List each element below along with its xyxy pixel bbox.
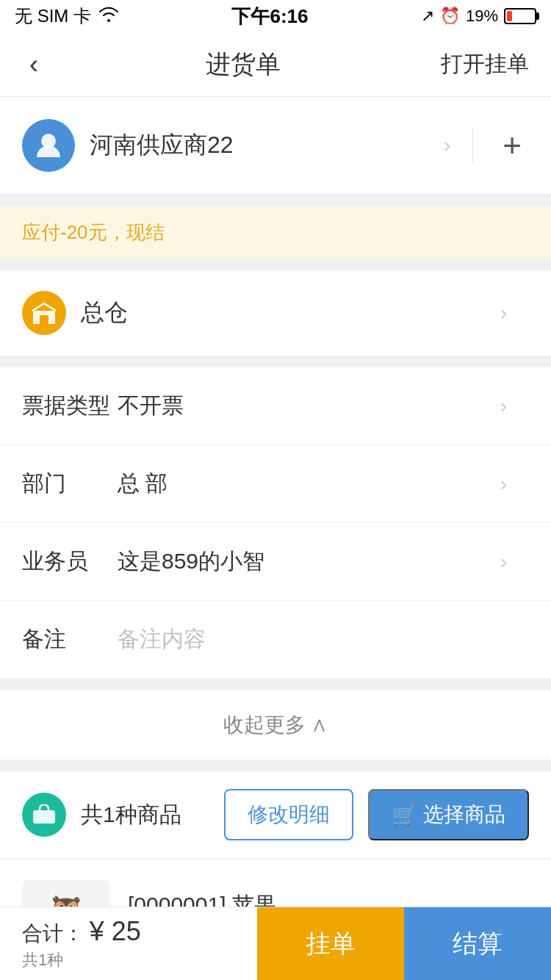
salesperson-row[interactable]: 业务员 这是859的小智 › — [0, 523, 551, 601]
footer-total: 合计： ¥ 25 共1种 — [0, 907, 257, 980]
main-content: 河南供应商22 › + 应付-20元，现结 总仓 › 票据类型 不开票 › 部门 — [0, 97, 551, 980]
status-left: 无 SIM 卡 — [15, 4, 119, 28]
supplier-section: 河南供应商22 › + — [0, 97, 551, 195]
total-label: 合计： — [22, 922, 84, 945]
page-title: 进货单 — [206, 48, 281, 82]
supplier-avatar — [22, 119, 75, 172]
battery-icon — [504, 8, 536, 24]
footer: 合计： ¥ 25 共1种 挂单 结算 — [0, 907, 551, 980]
select-product-icon: 🛒 — [392, 803, 417, 827]
salesperson-label: 业务员 — [22, 547, 118, 577]
pending-button[interactable]: 挂单 — [257, 907, 404, 980]
salesperson-value: 这是859的小智 — [118, 547, 500, 577]
select-product-label: 选择商品 — [423, 801, 505, 829]
remark-label: 备注 — [22, 624, 118, 655]
warehouse-chevron-icon: › — [500, 301, 507, 325]
supplier-name: 河南供应商22 — [90, 129, 444, 162]
svg-rect-3 — [33, 810, 55, 824]
select-product-button[interactable]: 🛒 选择商品 — [368, 789, 529, 840]
remark-row[interactable]: 备注 备注内容 — [0, 601, 551, 679]
dept-value: 总 部 — [118, 469, 500, 499]
status-right: ↗ ⏰ 19% — [421, 7, 536, 26]
invoice-label: 票据类型 — [22, 391, 118, 421]
back-button[interactable]: ‹ — [22, 42, 46, 87]
nav-bar: ‹ 进货单 打开挂单 — [0, 32, 551, 97]
edit-detail-button[interactable]: 修改明细 — [224, 789, 353, 840]
alarm-icon: ⏰ — [440, 7, 460, 26]
invoice-chevron-icon: › — [500, 394, 507, 418]
products-count: 共1种商品 — [81, 800, 209, 830]
warehouse-row[interactable]: 总仓 › — [0, 270, 551, 356]
svg-rect-2 — [40, 315, 48, 324]
warehouse-name: 总仓 — [81, 297, 500, 329]
checkout-button[interactable]: 结算 — [404, 907, 551, 980]
location-icon: ↗ — [421, 7, 434, 26]
dept-chevron-icon: › — [500, 472, 507, 496]
open-pending-button[interactable]: 打开挂单 — [441, 49, 529, 79]
total-amount: ¥ 25 — [90, 916, 141, 946]
warehouse-icon — [22, 291, 66, 335]
products-icon — [22, 793, 66, 837]
notice-bar: 应付-20元，现结 — [0, 206, 551, 259]
collapse-button[interactable]: 收起更多 ∧ — [0, 691, 551, 760]
supplier-chevron-icon: › — [444, 134, 450, 157]
remark-input[interactable]: 备注内容 — [118, 624, 529, 655]
products-header: 共1种商品 修改明细 🛒 选择商品 — [0, 771, 551, 858]
invoice-row[interactable]: 票据类型 不开票 › — [0, 367, 551, 445]
footer-count: 共1种 — [22, 949, 235, 971]
battery-percent: 19% — [466, 7, 498, 26]
salesperson-chevron-icon: › — [500, 550, 507, 574]
form-section: 票据类型 不开票 › 部门 总 部 › 业务员 这是859的小智 › 备注 备注… — [0, 367, 551, 679]
divider — [472, 127, 473, 164]
status-time: 下午6:16 — [231, 4, 308, 29]
dept-label: 部门 — [22, 469, 118, 499]
carrier-label: 无 SIM 卡 — [15, 4, 91, 28]
wifi-icon — [98, 6, 119, 26]
battery-fill — [507, 11, 512, 21]
dept-row[interactable]: 部门 总 部 › — [0, 445, 551, 523]
invoice-value: 不开票 — [118, 391, 500, 421]
notice-text: 应付-20元，现结 — [22, 221, 165, 243]
add-supplier-button[interactable]: + — [495, 127, 529, 164]
status-bar: 无 SIM 卡 下午6:16 ↗ ⏰ 19% — [0, 0, 551, 32]
supplier-row[interactable]: 河南供应商22 › + — [0, 97, 551, 195]
